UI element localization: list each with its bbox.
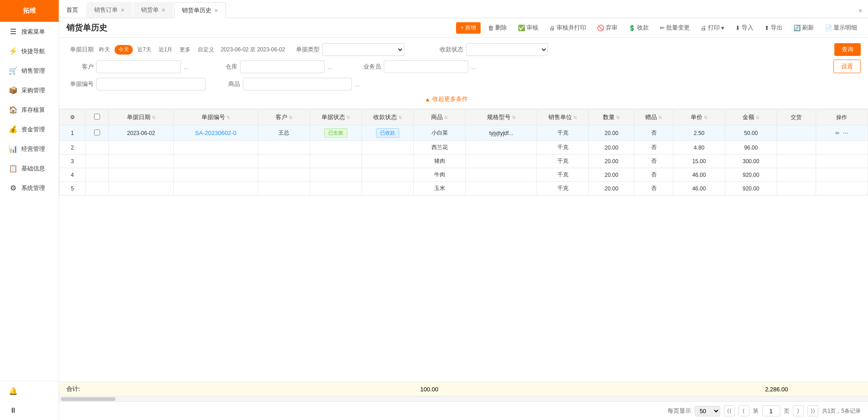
gift-cell: 否 [634, 155, 673, 168]
collect-status-cell [361, 182, 413, 195]
tab-sales-goods-close[interactable]: ✕ [161, 7, 166, 13]
sidebar-item-label: 采购管理 [21, 86, 45, 95]
new-button[interactable]: + 新增 [456, 22, 481, 34]
sidebar-item-inventory[interactable]: 🏠 库存核算 [0, 100, 59, 120]
col-customer[interactable]: 客户 ⇅ [258, 110, 310, 125]
docno-input[interactable] [96, 78, 206, 90]
collect-button[interactable]: 💲 收款 [625, 22, 652, 34]
date-btn-yesterday[interactable]: 昨天 [96, 45, 113, 55]
date-btn-more[interactable]: 更多 [177, 45, 193, 55]
tab-home[interactable]: 首页 [59, 2, 85, 18]
date-btn-today[interactable]: 今天 [115, 45, 133, 55]
sidebar-item-search-menu[interactable]: ☰ 搜索菜单 [0, 22, 59, 41]
checkbox-cell [85, 168, 109, 182]
delete-button[interactable]: 🗑 删除 [484, 22, 511, 34]
checkbox-cell [85, 141, 109, 155]
tab-sales-history[interactable]: 销货单历史 ✕ [174, 2, 226, 18]
import-icon: ⬇ [735, 25, 740, 31]
sidebar: 拓维 ☰ 搜索菜单 ⚡ 快捷导航 🛒 销售管理 📦 采购管理 🏠 库存核算 💰 … [0, 0, 59, 420]
show-detail-button[interactable]: 📄 显示明细 [821, 22, 861, 34]
col-collect-status[interactable]: 收款状态 ⇅ [361, 110, 413, 125]
filter-row-3: 单据编号 商品 ... [66, 78, 826, 90]
qty-cell: 20.00 [589, 125, 634, 141]
col-sale-unit[interactable]: 销售单位 ⇅ [537, 110, 589, 125]
select-all-checkbox[interactable] [94, 114, 100, 120]
tab-close-all-btn[interactable]: ✕ [853, 4, 868, 18]
date-btn-1month[interactable]: 近1月 [156, 45, 176, 55]
col-gift[interactable]: 赠品 ⇅ [634, 110, 673, 125]
customer-cell [258, 168, 310, 182]
tab-sales-order-close[interactable]: ✕ [120, 7, 125, 13]
import-button[interactable]: ⬇ 导入 [732, 22, 757, 34]
batch-change-button[interactable]: ✏ 批量变更 [656, 22, 693, 34]
review-print-button[interactable]: 🖨 审核并打印 [546, 22, 590, 34]
notify-icon: 🔔 [9, 387, 18, 395]
date-btn-7days[interactable]: 近7天 [135, 45, 154, 55]
doctype-select[interactable] [322, 43, 404, 56]
col-doc-no[interactable]: 单据编号 ⇅ [174, 110, 258, 125]
warehouse-ellipsis[interactable]: ... [327, 64, 332, 70]
customer-ellipsis[interactable]: ... [184, 64, 189, 70]
col-goods[interactable]: 商品 ⇅ [414, 110, 466, 125]
business-ellipsis[interactable]: ... [471, 64, 476, 70]
sidebar-item-purchase-mgmt[interactable]: 📦 采购管理 [0, 80, 59, 100]
sidebar-item-sales-mgmt[interactable]: 🛒 销售管理 [0, 61, 59, 80]
sidebar-item-operations[interactable]: 📊 经营管理 [0, 139, 59, 159]
collectstatus-select[interactable] [466, 43, 548, 56]
refresh-button[interactable]: 🔄 刷新 [790, 22, 818, 34]
doc-no-cell [174, 168, 258, 182]
warehouse-input[interactable] [240, 60, 325, 73]
export-button[interactable]: ⬆ 导出 [761, 22, 786, 34]
business-input[interactable] [384, 60, 468, 73]
print-dropdown-icon: ▾ [721, 25, 724, 31]
sidebar-item-sys-mgmt[interactable]: ⚙ 系统管理 [0, 178, 59, 198]
col-doc-date[interactable]: 单据日期 ⇅ [109, 110, 174, 125]
scroll-thumb[interactable] [61, 397, 115, 401]
checkbox-col-header[interactable] [85, 110, 109, 125]
date-range: 2023-06-02 至 2023-06-02 [221, 46, 285, 54]
sidebar-item-finance[interactable]: 💰 资金管理 [0, 120, 59, 139]
col-unit-price[interactable]: 单价 ⇅ [673, 110, 725, 125]
sidebar-notify-btn[interactable]: 🔔 [0, 381, 59, 401]
query-set-buttons: 查询 设置 [833, 43, 861, 73]
unit-price-cell: 4.80 [673, 141, 725, 155]
review-button[interactable]: ✅ 审核 [514, 22, 542, 34]
page-input[interactable] [762, 405, 780, 416]
quick-nav-icon: ⚡ [9, 47, 18, 55]
settings-col-header[interactable]: ⚙ [60, 110, 85, 125]
goods-cell: 玉米 [414, 182, 466, 195]
date-btn-custom[interactable]: 自定义 [195, 45, 217, 55]
collapse-label: 收起更多条件 [432, 95, 468, 103]
col-doc-status[interactable]: 单据状态 ⇅ [310, 110, 361, 125]
page-last-btn[interactable]: ⟩⟩ [808, 405, 818, 416]
abandon-icon: 🚫 [597, 25, 604, 31]
sidebar-item-label: 搜索菜单 [21, 28, 45, 36]
tab-sales-order[interactable]: 销售订单 ✕ [86, 2, 132, 18]
goods-cell: 牛肉 [414, 168, 466, 182]
page-size-select[interactable]: 50 100 [695, 406, 720, 416]
print-button[interactable]: 🖨 打印 ▾ [697, 22, 728, 34]
goods-input[interactable] [243, 78, 352, 90]
abandon-button[interactable]: 🚫 弃审 [593, 22, 621, 34]
page-first-btn[interactable]: ⟨⟨ [724, 405, 735, 416]
delete-icon: 🗑 [488, 25, 494, 31]
collapse-btn[interactable]: ▲ 收起更多条件 [66, 95, 826, 103]
page-prev-btn[interactable]: ⟨ [738, 405, 749, 416]
pause-icon: ⏸ [9, 406, 18, 415]
table-header-row: ⚙ 单据日期 ⇅ 单据编号 ⇅ 客户 ⇅ 单据状态 ⇅ 收款状态 ⇅ 商品 ⇅ … [60, 110, 868, 125]
set-button[interactable]: 设置 [833, 60, 861, 73]
col-spec-type[interactable]: 规格型号 ⇅ [466, 110, 537, 125]
query-button[interactable]: 查询 [834, 43, 861, 56]
col-qty[interactable]: 数量 ⇅ [589, 110, 634, 125]
sidebar-item-basic-info[interactable]: 📋 基础信息 [0, 159, 59, 178]
row-no-cell: 3 [60, 155, 85, 168]
tab-sales-goods[interactable]: 销货单 ✕ [133, 2, 173, 18]
customer-input[interactable] [96, 60, 181, 73]
sidebar-pause-btn[interactable]: ⏸ [0, 401, 59, 420]
page-next-btn[interactable]: ⟩ [793, 405, 804, 416]
sidebar-item-quick-nav[interactable]: ⚡ 快捷导航 [0, 41, 59, 61]
goods-ellipsis[interactable]: ... [355, 81, 360, 88]
tab-sales-history-close[interactable]: ✕ [214, 8, 218, 14]
print-icon: 🖨 [701, 25, 707, 31]
col-amount[interactable]: 金额 ⇅ [725, 110, 777, 125]
